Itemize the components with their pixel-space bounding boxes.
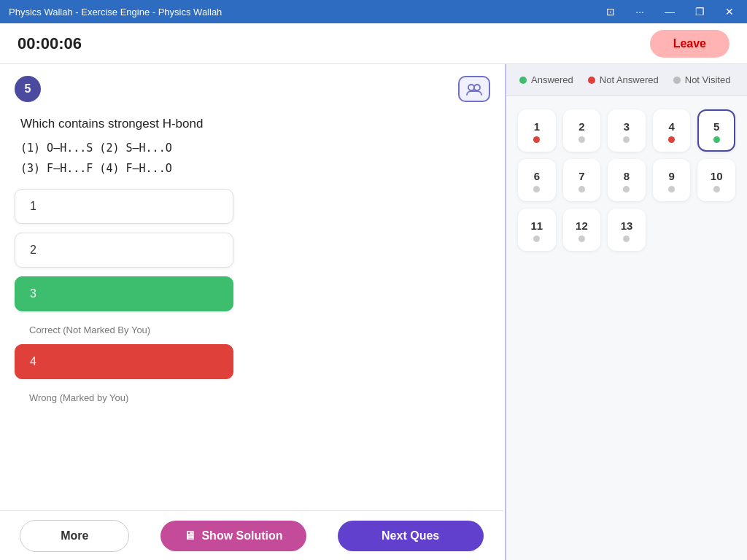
question-item-4[interactable]: 4	[653, 109, 691, 152]
window-controls: ⊡ ··· — ❐ ✕	[602, 4, 738, 19]
question-number-9: 9	[668, 170, 674, 182]
title-bar: Physics Wallah - Exercise Engine - Physi…	[0, 0, 747, 23]
question-item-2[interactable]: 2	[563, 109, 601, 152]
question-status-dot-4	[668, 136, 675, 143]
right-panel: Answered Not Answered Not Visited 123456…	[506, 64, 747, 560]
question-item-9[interactable]: 9	[653, 159, 691, 201]
question-status-dot-12	[578, 236, 585, 242]
option-4[interactable]: 4	[15, 344, 233, 379]
show-solution-button[interactable]: 🖥 Show Solution	[160, 521, 306, 551]
question-number-7: 7	[578, 170, 584, 182]
question-number-8: 8	[624, 170, 630, 182]
question-item-3[interactable]: 3	[608, 109, 646, 152]
question-number-1: 1	[534, 120, 540, 133]
close-btn[interactable]: ✕	[721, 4, 738, 19]
svg-point-1	[474, 85, 480, 90]
question-status-dot-1	[533, 136, 540, 143]
solution-icon: 🖥	[184, 529, 196, 542]
correct-label: Correct (Not Marked By You)	[15, 320, 490, 335]
maximize-btn[interactable]: ❐	[691, 4, 709, 19]
question-item-7[interactable]: 7	[563, 159, 601, 201]
answered-label: Answered	[531, 74, 573, 85]
answered-dot	[519, 77, 527, 84]
cast-btn[interactable]: ⊡	[602, 4, 619, 19]
wrong-label: Wrong (Marked by You)	[15, 388, 490, 403]
question-number-3: 3	[624, 120, 630, 133]
leave-button[interactable]: Leave	[650, 30, 729, 58]
legend: Answered Not Answered Not Visited	[506, 64, 747, 96]
question-item-8[interactable]: 8	[608, 159, 646, 201]
svg-point-0	[468, 85, 474, 90]
timer-display: 00:00:06	[18, 34, 82, 53]
legend-not-answered: Not Answered	[588, 74, 659, 85]
main-layout: 5 Which contains strongest H-bond (1) O–…	[0, 64, 747, 560]
question-number-5: 5	[713, 120, 719, 133]
option-1[interactable]: 1	[15, 189, 233, 224]
question-item-11[interactable]: 11	[518, 209, 556, 251]
question-item-10[interactable]: 10	[697, 159, 735, 201]
question-item-6[interactable]: 6	[518, 159, 556, 201]
not-answered-label: Not Answered	[600, 74, 659, 85]
legend-answered: Answered	[519, 74, 573, 85]
question-number-11: 11	[530, 219, 543, 232]
left-panel: 5 Which contains strongest H-bond (1) O–…	[0, 64, 506, 560]
question-text: Which contains strongest H-bond (1) O–H.…	[0, 108, 505, 189]
question-status-dot-11	[533, 236, 540, 242]
question-status-dot-6	[533, 186, 540, 192]
question-item-13[interactable]: 13	[608, 209, 646, 251]
legend-not-visited: Not Visited	[673, 74, 731, 85]
question-status-dot-2	[578, 136, 585, 143]
question-number: 5	[15, 76, 41, 102]
question-number-2: 2	[578, 120, 584, 133]
not-visited-dot	[673, 77, 681, 84]
question-number-6: 6	[534, 170, 540, 182]
question-status-dot-10	[713, 186, 720, 192]
question-number-10: 10	[711, 170, 723, 182]
not-visited-label: Not Visited	[685, 74, 731, 85]
question-status-dot-8	[623, 186, 630, 192]
question-number-4: 4	[668, 120, 674, 133]
question-status-dot-3	[623, 136, 630, 143]
question-item-1[interactable]: 1	[518, 109, 556, 152]
app-title: Physics Wallah - Exercise Engine - Physi…	[9, 7, 222, 18]
minimize-btn[interactable]: —	[660, 4, 679, 19]
option-2[interactable]: 2	[15, 233, 233, 268]
next-question-button[interactable]: Next Ques	[338, 521, 484, 551]
options-area: 1 2 3 Correct (Not Marked By You) 4 Wron…	[0, 189, 505, 403]
footer-bar: More 🖥 Show Solution Next Ques	[0, 510, 503, 560]
question-number-13: 13	[621, 219, 633, 232]
more-button[interactable]: More	[20, 520, 129, 552]
not-answered-dot	[588, 77, 595, 84]
question-header: 5	[0, 64, 505, 108]
header: 00:00:06 Leave	[0, 23, 747, 64]
question-status-dot-7	[578, 186, 585, 192]
group-icon[interactable]	[458, 76, 490, 102]
question-item-12[interactable]: 12	[563, 209, 601, 251]
question-number-12: 12	[576, 219, 588, 232]
question-item-5[interactable]: 5	[697, 109, 735, 152]
question-status-dot-13	[623, 236, 630, 242]
question-status-dot-9	[668, 186, 675, 192]
question-status-dot-5	[713, 136, 720, 143]
more-menu-btn[interactable]: ···	[631, 4, 649, 19]
questions-grid: 12345678910111213	[506, 96, 747, 264]
option-3[interactable]: 3	[15, 276, 233, 311]
